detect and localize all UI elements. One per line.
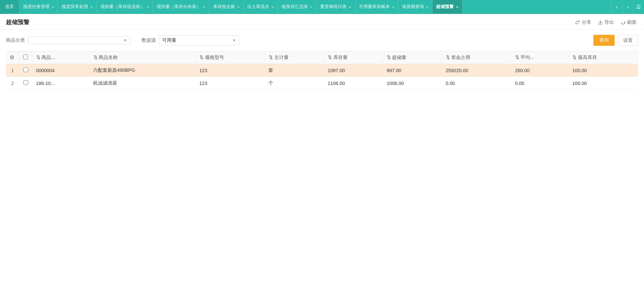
col-max-stock-label: ⇅ 最高库存 (572, 55, 597, 60)
nav-tab-quality-check[interactable]: 保质期查询 × (398, 0, 432, 14)
col-product-name-label: ⇅ 商品名称 (94, 55, 118, 60)
col-checkbox (19, 51, 32, 64)
nav-tab-stock-dist[interactable]: 现存量（库存分布表） × (153, 0, 209, 14)
nav-tab-quality-check-label: 保质期查询 (402, 4, 424, 10)
nav-tab-tuo-abnormal-label: 拣货异常处理 (62, 4, 88, 10)
table-row: 2 186-10... 机油滤清器 123 个 1106.00 1006.00 … (6, 77, 638, 90)
product-code: 0000004 (32, 64, 89, 77)
capital-usage: 0.00 (442, 77, 511, 90)
max-stock: 100.00 (568, 64, 638, 77)
nav-tab-available-account[interactable]: 可用量库存账本 × (355, 0, 398, 14)
category-select[interactable]: ▼ (28, 36, 131, 44)
close-icon[interactable]: × (147, 5, 149, 9)
nav-tab-tuo-abnormal[interactable]: 拣货异常处理 × (58, 0, 96, 14)
row-checkbox[interactable] (23, 80, 28, 85)
datasource-value: 可用量 (162, 37, 176, 44)
nav-tab-order-stats[interactable]: 要货单统计表 × (316, 0, 355, 14)
export-icon (598, 20, 603, 25)
col-stock-qty[interactable]: ⇅ 库存量 (324, 51, 383, 64)
select-all-checkbox[interactable] (23, 55, 28, 59)
product-name: 六配套新昌490BPG (89, 64, 195, 77)
refresh-label: 刷新 (627, 19, 637, 26)
close-icon[interactable]: × (310, 5, 312, 9)
col-avg[interactable]: ⇅ 平均... (511, 51, 568, 64)
query-button[interactable]: 查询 (593, 35, 615, 46)
nav-tab-stock-status-label: 现存量（库存状况表） (100, 4, 144, 10)
row-number: 1 (6, 64, 19, 77)
overstock-qty: 1006.00 (383, 77, 442, 90)
nav-tab-home[interactable]: 首页 (0, 0, 19, 14)
export-label: 导出 (604, 19, 614, 26)
gear-icon[interactable]: ⚙ (10, 54, 14, 60)
datasource-filter-group: 数据源 可用量 ▼ (142, 35, 239, 45)
close-icon[interactable]: × (426, 5, 428, 9)
row-checkbox[interactable] (23, 67, 28, 72)
chevron-down-icon: ▼ (123, 38, 127, 42)
col-product-code-label: ⇅ 商品... (36, 55, 55, 60)
col-unit[interactable]: ⇅ 主计量 (265, 51, 324, 64)
col-unit-label: ⇅ 主计量 (269, 55, 289, 60)
nav-tab-tuo-task-label: 拣货任务管理 (23, 4, 50, 10)
col-avg-label: ⇅ 平均... (515, 55, 534, 60)
nav-tab-tuo-task[interactable]: 拣货任务管理 × (19, 0, 58, 14)
close-icon[interactable]: × (203, 5, 205, 9)
stock-qty: 1097.00 (324, 64, 383, 77)
export-button[interactable]: 导出 (596, 18, 615, 26)
nav-tab-batch-account[interactable]: 库存批次账 × (209, 0, 244, 14)
settings-button[interactable]: 设置 (618, 35, 638, 46)
category-label: 商品分类 (6, 37, 25, 44)
filter-area: 商品分类 ▼ 数据源 可用量 ▼ 查询 设置 (0, 30, 644, 51)
datasource-label: 数据源 (142, 37, 156, 44)
nav-tab-stock-status[interactable]: 现存量（库存状况表） × (97, 0, 153, 14)
spec: 123 (196, 64, 265, 77)
product-name: 机油滤清器 (89, 77, 195, 90)
col-product-code[interactable]: ⇅ 商品... (32, 51, 89, 64)
table-container: ⚙ ⇅ 商品... ⇅ 商品名称 ⇅ 规格型号 ⇅ 主计量 (0, 51, 644, 90)
nav-tab-stock-dist-label: 现存量（库存分布表） (157, 4, 201, 10)
nav-tab-available-account-label: 可用量库存账本 (359, 4, 390, 10)
page-title: 超储预警 (6, 19, 29, 26)
col-overstock-qty[interactable]: ⇅ 超储量 (383, 51, 442, 64)
nav-arrow-menu[interactable]: ☰ (633, 0, 644, 14)
close-icon[interactable]: × (271, 5, 274, 9)
col-product-name[interactable]: ⇅ 商品名称 (89, 51, 195, 64)
category-filter-group: 商品分类 ▼ (6, 36, 131, 44)
close-icon[interactable]: × (456, 5, 458, 9)
share-icon (575, 20, 580, 25)
unit: 套 (265, 64, 324, 77)
close-icon[interactable]: × (237, 5, 239, 9)
table-header-row: ⚙ ⇅ 商品... ⇅ 商品名称 ⇅ 规格型号 ⇅ 主计量 (6, 51, 638, 64)
unit: 个 (265, 77, 324, 90)
nav-arrow-right[interactable]: › (622, 0, 633, 14)
col-stock-qty-label: ⇅ 库存量 (328, 55, 348, 60)
chevron-down-icon: ▼ (232, 38, 236, 42)
col-spec[interactable]: ⇅ 规格型号 (196, 51, 265, 64)
col-spec-label: ⇅ 规格型号 (200, 55, 224, 60)
nav-tab-overstock[interactable]: 超储预警 × (432, 0, 462, 14)
close-icon[interactable]: × (392, 5, 394, 9)
content-area: 超储预警 分享 导出 (0, 14, 644, 293)
col-settings[interactable]: ⚙ (6, 51, 19, 64)
max-stock: 100.00 (568, 77, 638, 90)
nav-tab-inout-flow[interactable]: 出入库流水 × (244, 0, 278, 14)
nav-tab-order-stats-label: 要货单统计表 (320, 4, 347, 10)
row-number: 2 (6, 77, 19, 90)
share-label: 分享 (582, 19, 591, 26)
nav-tab-overstock-label: 超储预警 (436, 4, 454, 10)
nav-arrow-left[interactable]: ‹ (611, 0, 622, 14)
share-button[interactable]: 分享 (574, 18, 593, 26)
datasource-select[interactable]: 可用量 ▼ (159, 35, 239, 45)
close-icon[interactable]: × (52, 5, 54, 9)
spec: 123 (196, 77, 265, 90)
filter-buttons: 查询 设置 (593, 35, 638, 46)
refresh-button[interactable]: 刷新 (619, 18, 638, 26)
col-overstock-qty-label: ⇅ 超储量 (387, 55, 407, 60)
nav-tab-collect-summary[interactable]: 收发存汇总表 × (278, 0, 316, 14)
col-capital-usage[interactable]: ⇅ 资金占用 (442, 51, 511, 64)
close-icon[interactable]: × (90, 5, 92, 9)
col-max-stock[interactable]: ⇅ 最高库存 (568, 51, 638, 64)
close-icon[interactable]: × (349, 5, 351, 9)
avg: 0.00 (511, 77, 568, 90)
col-capital-usage-label: ⇅ 资金占用 (446, 55, 471, 60)
row-checkbox-cell (19, 64, 32, 77)
